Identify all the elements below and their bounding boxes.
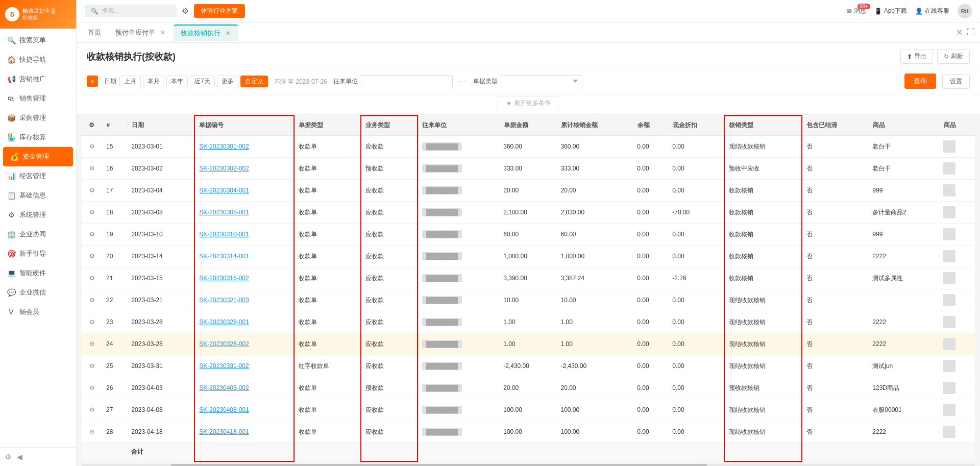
sidebar-item-member[interactable]: V畅会员 — [0, 302, 76, 322]
horizontal-scrollbar[interactable] — [82, 464, 975, 467]
sidebar-item-marketing[interactable]: 📢营销推广 — [0, 69, 76, 89]
bill-no-link[interactable]: SK-20230331-002 — [199, 362, 249, 370]
tab-receipt-close[interactable]: ✕ — [226, 30, 231, 37]
bill-no-link[interactable]: SK-20230302-002 — [199, 165, 249, 172]
quick-icon: 🏠 — [7, 56, 15, 64]
row-gear[interactable]: ⚙ — [82, 399, 102, 421]
row-index: 24 — [102, 333, 127, 355]
sidebar-item-corp[interactable]: 🏢企业协同 — [0, 225, 76, 244]
row-cash-discount: 0.00 — [668, 311, 724, 333]
bill-no-link[interactable]: SK-20230308-001 — [199, 209, 249, 216]
capital-icon: 💰 — [10, 153, 18, 161]
table-area: ⚙ # 日期 单据编号 单据类型 业务类型 往来单位 单据金额 累计核销金额 余… — [77, 115, 980, 466]
row-date: 2023-03-31 — [127, 355, 194, 377]
row-gear[interactable]: ⚙ — [82, 311, 102, 333]
tab-home[interactable]: 首页 — [82, 28, 107, 37]
user-avatar[interactable]: Rit — [958, 4, 972, 18]
sidebar-item-wechat[interactable]: 💬企业微信 — [0, 283, 76, 302]
row-date: 2023-03-15 — [127, 267, 194, 289]
last-7days-btn[interactable]: 近7天 — [190, 76, 215, 87]
sidebar-item-system[interactable]: ⚙系统管理 — [0, 205, 76, 225]
row-date: 2023-04-03 — [127, 377, 194, 399]
row-gear[interactable]: ⚙ — [82, 289, 102, 311]
row-gear[interactable]: ⚙ — [82, 267, 102, 289]
last-month-btn[interactable]: 上月 — [119, 76, 141, 87]
collapse-icon[interactable]: ◀ — [17, 453, 22, 461]
row-partner: ████████ — [418, 421, 499, 443]
bill-no-link[interactable]: SK-20230328-001 — [199, 318, 249, 326]
nav-label-inventory: 库存核算 — [19, 133, 46, 142]
bill-no-link[interactable]: SK-20230321-003 — [199, 297, 249, 304]
tab-receipt[interactable]: 收款核销执行 ✕ — [174, 24, 238, 41]
more-dates-btn[interactable]: 更多 — [217, 76, 238, 87]
sidebar-item-capital[interactable]: 💰资金管理 — [3, 147, 73, 166]
message-button[interactable]: ✉ 消息 99+ — [847, 7, 866, 15]
bill-no-link[interactable]: SK-20230315-002 — [199, 275, 249, 282]
bill-no-link[interactable]: SK-20230301-002 — [199, 143, 249, 150]
row-include-settled: 否 — [802, 289, 868, 311]
sidebar-item-base[interactable]: 📋基础信息 — [0, 186, 76, 205]
sidebar-item-purchase[interactable]: 📦采购管理 — [0, 108, 76, 128]
refresh-button[interactable]: ↻ 刷新 — [937, 49, 970, 64]
row-cash-discount: 0.00 — [668, 333, 724, 355]
sidebar-item-hardware[interactable]: 💻智能硬件 — [0, 263, 76, 283]
row-gear[interactable]: ⚙ — [82, 135, 102, 158]
sidebar-item-operation[interactable]: 📊经营管理 — [0, 166, 76, 186]
col-goods: 商品 — [868, 115, 939, 135]
sidebar-item-inventory[interactable]: 🏪库存核算 — [0, 128, 76, 147]
row-accum-cancel: 3,387.24 — [557, 267, 633, 289]
col-gear[interactable]: ⚙ — [82, 115, 102, 135]
row-gear[interactable]: ⚙ — [82, 246, 102, 267]
settings-icon[interactable]: ⚙ — [5, 453, 12, 461]
row-biz-type: 预收款 — [361, 377, 418, 399]
industry-solution-button[interactable]: 体验行业方案 — [194, 4, 245, 18]
app-download-button[interactable]: 📱 App下载 — [874, 7, 907, 15]
row-amount: 20.00 — [499, 377, 556, 399]
row-gear[interactable]: ⚙ — [82, 355, 102, 377]
sidebar-item-quick[interactable]: 🏠快捷导航 — [0, 50, 76, 69]
bill-no-link[interactable]: SK-20230304-001 — [199, 187, 249, 194]
bill-no-link[interactable]: SK-20230418-001 — [199, 428, 249, 435]
row-balance: 0.00 — [633, 224, 668, 246]
sidebar-item-sales[interactable]: 🛍销售管理 — [0, 89, 76, 108]
row-gear[interactable]: ⚙ — [82, 377, 102, 399]
tab-prepay-close[interactable]: ✕ — [160, 29, 165, 36]
row-gear[interactable]: ⚙ — [82, 180, 102, 202]
bill-no-link[interactable]: SK-20230403-002 — [199, 384, 249, 391]
expand-conditions-button[interactable]: ▼ 展开更多条件 — [497, 96, 559, 110]
settings-gear-icon[interactable]: ⚙ — [182, 6, 189, 16]
bill-no-link[interactable]: SK-20230328-002 — [199, 340, 249, 348]
row-cancel-type: 收款核销 — [724, 202, 801, 224]
sidebar-item-guide[interactable]: 🎯新手引导 — [0, 244, 76, 263]
row-gear[interactable]: ⚙ — [82, 224, 102, 246]
filter-expand-button[interactable]: » — [87, 76, 98, 87]
row-gear[interactable]: ⚙ — [82, 333, 102, 355]
table-row: ⚙ 28 2023-04-18 SK-20230418-001 收款单 应收款 … — [82, 421, 975, 443]
search-box[interactable]: 🔍 搜索... — [85, 5, 177, 17]
this-year-btn[interactable]: 本年 — [166, 76, 188, 87]
column-settings-button[interactable]: 设置 — [942, 74, 970, 89]
query-button[interactable]: 查询 — [904, 73, 936, 89]
row-biz-type: 应收款 — [361, 224, 418, 246]
row-gear[interactable]: ⚙ — [82, 202, 102, 224]
export-button[interactable]: ⬆ 导出 — [900, 49, 933, 64]
sidebar-item-search[interactable]: 🔍搜索菜单 — [0, 31, 76, 50]
bill-no-link[interactable]: SK-20230310-001 — [199, 231, 249, 238]
tab-prepay[interactable]: 预付单应付单 ✕ — [108, 24, 173, 41]
this-month-btn[interactable]: 本月 — [143, 76, 164, 87]
table-header-row: ⚙ # 日期 单据编号 单据类型 业务类型 往来单位 单据金额 累计核销金额 余… — [82, 115, 975, 135]
row-goods2 — [939, 158, 974, 180]
maximize-icon[interactable]: ⛶ — [967, 28, 975, 37]
row-include-settled: 否 — [802, 180, 868, 202]
row-gear[interactable]: ⚙ — [82, 421, 102, 443]
row-partner: ████████ — [418, 202, 499, 224]
row-balance: 0.00 — [633, 135, 668, 158]
online-service-button[interactable]: 👤 在线客服 — [915, 7, 949, 15]
partner-input[interactable] — [361, 75, 453, 87]
custom-date-btn[interactable]: 自定义 — [240, 76, 268, 87]
bill-no-link[interactable]: SK-20230408-001 — [199, 406, 249, 413]
bill-no-link[interactable]: SK-20230314-001 — [199, 253, 249, 260]
close-tab-icon[interactable]: ✕ — [956, 28, 963, 37]
bill-type-select[interactable] — [501, 75, 582, 87]
row-gear[interactable]: ⚙ — [82, 158, 102, 180]
